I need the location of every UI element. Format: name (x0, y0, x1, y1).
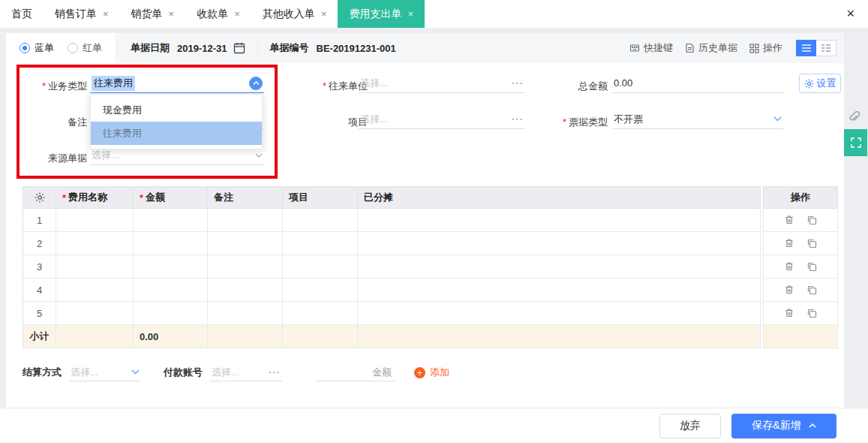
gear-icon (804, 79, 814, 89)
tab-close-icon[interactable]: × (103, 9, 109, 19)
dropdown-option-cash-expense[interactable]: 现金费用 (91, 98, 262, 122)
tab-label: 费用支出单 (349, 8, 401, 21)
cell-amount[interactable] (134, 302, 208, 325)
tab-label: 其他收入单 (263, 8, 315, 21)
shortcut-keys-button[interactable]: 快捷键 (629, 41, 673, 55)
payment-account-field[interactable]: 选择... ··· (210, 363, 282, 381)
header-project: 项目 (283, 186, 358, 209)
cell-allocated[interactable] (358, 232, 761, 255)
tab-close-icon[interactable]: × (234, 9, 240, 19)
settlement-method-label: 结算方式 (23, 366, 62, 379)
delete-row-icon[interactable] (784, 308, 794, 318)
tab-close-icon[interactable]: × (321, 9, 327, 19)
radio-red-label: 红单 (83, 41, 102, 55)
cell-expense-name[interactable] (56, 302, 134, 325)
copy-row-icon[interactable] (806, 238, 817, 249)
project-field[interactable]: 选择... ··· (359, 110, 525, 129)
chevron-down-icon[interactable] (773, 116, 782, 122)
cell-allocated[interactable] (358, 279, 761, 302)
radio-blue-doc[interactable]: 蓝单 (20, 41, 54, 55)
cell-amount[interactable] (134, 209, 208, 232)
tab-sales-order[interactable]: 销售订单 × (44, 0, 120, 28)
tab-close-icon[interactable]: × (169, 9, 175, 19)
cell-remark[interactable] (208, 255, 283, 279)
settlement-method-field[interactable]: 选择... (69, 363, 141, 381)
remark-label: 备注 (12, 114, 87, 131)
copy-row-icon[interactable] (806, 308, 817, 318)
add-label: 添加 (430, 366, 449, 379)
table-row: 3 (23, 255, 838, 279)
chevron-down-icon[interactable] (131, 369, 140, 375)
operation-menu-button[interactable]: 操作 (749, 41, 782, 55)
cell-project[interactable] (283, 255, 358, 279)
total-amount-label: 总金额 (533, 78, 608, 95)
payment-amount-field[interactable]: 金额 (317, 363, 395, 381)
business-type-field[interactable]: 往来费用 (90, 74, 264, 93)
radio-red-doc[interactable]: 红单 (68, 41, 102, 55)
ellipsis-picker-icon[interactable]: ··· (512, 77, 524, 89)
cell-amount[interactable] (134, 279, 208, 302)
calendar-icon[interactable] (233, 42, 245, 54)
delete-row-icon[interactable] (784, 285, 794, 295)
partner-field[interactable]: 选择... ··· (359, 74, 525, 93)
delete-row-icon[interactable] (784, 238, 794, 249)
doc-date-value[interactable]: 2019-12-31 (177, 43, 227, 54)
header-expense-name: *费用名称 (56, 186, 134, 209)
settings-button[interactable]: 设置 (799, 74, 841, 93)
detail-view-toggle[interactable] (816, 40, 836, 56)
cell-allocated[interactable] (358, 302, 761, 325)
attachment-paperclip-icon[interactable] (848, 110, 860, 125)
cell-project[interactable] (283, 232, 358, 255)
cell-remark[interactable] (208, 279, 283, 302)
cell-expense-name[interactable] (56, 255, 134, 279)
cell-amount[interactable] (134, 255, 208, 279)
chevron-up-circle-icon[interactable] (249, 77, 263, 90)
doc-color-radio-group: 蓝单 红单 (6, 33, 116, 63)
dropdown-option-transaction-expense[interactable]: 往来费用 (91, 122, 262, 145)
copy-row-icon[interactable] (806, 285, 817, 295)
cell-expense-name[interactable] (56, 209, 134, 232)
ellipsis-picker-icon[interactable]: ··· (512, 113, 524, 125)
cell-allocated[interactable] (358, 255, 761, 279)
ellipsis-picker-icon[interactable]: ··· (269, 366, 281, 378)
copy-row-icon[interactable] (806, 261, 817, 272)
tab-other-income[interactable]: 其他收入单 × (251, 0, 338, 28)
cell-remark[interactable] (208, 302, 283, 325)
fullscreen-expand-button[interactable] (844, 129, 867, 156)
column-settings-cell[interactable] (23, 186, 56, 209)
project-placeholder: 选择... (360, 113, 388, 126)
delete-row-icon[interactable] (784, 215, 794, 225)
doc-number-value[interactable]: BE-20191231-001 (317, 43, 396, 54)
invoice-type-field[interactable]: 不开票 (612, 110, 783, 129)
table-header-row: *费用名称 *金额 备注 项目 已分摊 操作 (23, 186, 838, 209)
window-close-icon[interactable]: × (840, 0, 860, 28)
tab-expense-active[interactable]: 费用支出单 × (338, 0, 425, 28)
tab-label: 收款单 (197, 8, 228, 21)
save-and-new-button[interactable]: 保存&新增 (731, 414, 836, 438)
subtotal-empty-cell (763, 325, 838, 348)
tab-sales-invoice[interactable]: 销货单 × (120, 0, 186, 28)
cell-allocated[interactable] (358, 209, 761, 232)
delete-row-icon[interactable] (784, 261, 794, 272)
tab-home[interactable]: 首页 (0, 0, 44, 28)
tab-close-icon[interactable]: × (407, 9, 413, 19)
cell-expense-name[interactable] (56, 279, 134, 302)
cell-expense-name[interactable] (56, 232, 134, 255)
list-view-toggle-active[interactable] (796, 40, 816, 56)
abandon-button[interactable]: 放弃 (659, 414, 721, 438)
doc-number-label: 单据编号 (270, 41, 309, 55)
cell-project[interactable] (283, 209, 358, 232)
history-docs-button[interactable]: 历史单据 (685, 41, 737, 55)
cell-project[interactable] (283, 302, 358, 325)
cell-remark[interactable] (208, 209, 283, 232)
copy-row-icon[interactable] (806, 215, 817, 225)
table-row: 1 (23, 209, 838, 232)
chevron-down-icon[interactable] (255, 153, 263, 158)
tab-receipt[interactable]: 收款单 × (185, 0, 251, 28)
cell-project[interactable] (283, 279, 358, 302)
total-amount-field[interactable]: 0.00 (612, 74, 783, 93)
cell-amount[interactable] (134, 232, 208, 255)
cell-operations (763, 209, 838, 232)
cell-remark[interactable] (208, 232, 283, 255)
add-payment-button[interactable]: + 添加 (414, 366, 449, 379)
